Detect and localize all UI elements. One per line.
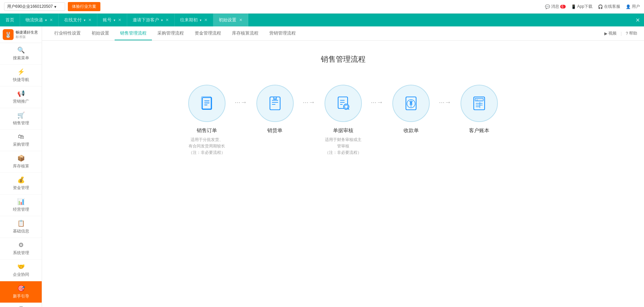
logo-version: 标准版: [16, 35, 38, 39]
chevron-down-icon: ▾: [84, 18, 85, 22]
sidebar-item-purchase[interactable]: 🛍 采购管理: [0, 130, 42, 151]
sub-tab-sales-flow-label: 销售管理流程: [120, 30, 147, 36]
video-label: 视频: [608, 30, 617, 36]
nav-tab-init-label: 初始设置: [219, 17, 236, 23]
step-desc-review: 适用于财务审核或主管审核（注：非必要流程）: [325, 137, 362, 156]
sub-tab-purchase-flow-label: 采购管理流程: [157, 30, 184, 36]
service-label: 在线客服: [604, 4, 620, 9]
message-btn[interactable]: 💬 消息 6: [545, 4, 566, 9]
trial-button[interactable]: 体验行业方案: [68, 2, 100, 11]
message-icon: 💬: [545, 4, 550, 9]
megaphone-icon: 📢: [17, 90, 25, 97]
close-icon[interactable]: ✕: [165, 18, 169, 22]
sidebar-item-sales[interactable]: 🛒 销售管理: [0, 108, 42, 130]
svg-point-13: [274, 98, 275, 99]
flow-step-ledger: ¥ - - - 客户账本: [449, 85, 510, 137]
headset-icon: 🎧: [598, 4, 603, 9]
nav-tab-init[interactable]: 初始设置 ✕: [213, 14, 248, 26]
ledger-icon: ¥ - - -: [470, 95, 488, 112]
user-avatar-btn[interactable]: 👤 用户: [626, 4, 640, 9]
sub-tab-marketing-flow[interactable]: 营销管理流程: [264, 26, 301, 40]
bag-icon: 🛍: [18, 133, 24, 140]
sidebar-item-search[interactable]: 🔍 搜索菜单: [0, 43, 42, 65]
sidebar-item-enterprise[interactable]: 🤝 企业协同: [0, 260, 42, 281]
sub-tab-init[interactable]: 初始设置: [86, 26, 115, 40]
close-icon[interactable]: ✕: [118, 18, 121, 22]
help-btn[interactable]: ? 帮助: [626, 30, 637, 36]
sidebar-item-inventory[interactable]: 📦 库存核算: [0, 151, 42, 173]
chart-icon: 📊: [17, 198, 25, 205]
receipt-icon: ¥: [402, 95, 420, 112]
main-layout: 🐰 畅捷通好生意 标准版 🔍 搜索菜单 ⚡ 快捷导航 📢 营销推广 🛒 销售管理…: [0, 26, 644, 307]
user-name-label: 用户: [632, 4, 640, 9]
service-btn[interactable]: 🎧 在线客服: [598, 4, 620, 9]
sidebar-item-guide[interactable]: 🎯 新手引导: [0, 281, 42, 303]
user-select[interactable]: 用户690企业1660120507 ▾: [4, 2, 65, 11]
help-label: 帮助: [629, 30, 637, 36]
sub-tab-industry[interactable]: 行业特性设置: [49, 26, 86, 40]
chevron-down-icon: ▾: [200, 18, 201, 22]
flow-circle-delivery: [256, 85, 294, 122]
review-icon: [334, 95, 352, 112]
nav-all-close-button[interactable]: ✕: [631, 14, 644, 26]
nav-tab-home[interactable]: 首页: [0, 14, 20, 26]
gear-icon: ⚙: [18, 241, 24, 249]
app-label: App下载: [577, 4, 592, 9]
sidebar-item-marketing-promo[interactable]: 📢 营销推广: [0, 86, 42, 108]
flow-title: 销售管理流程: [321, 54, 366, 64]
lightning-icon: ⚡: [17, 68, 25, 76]
sub-tab-inventory-flow[interactable]: 库存核算流程: [227, 26, 264, 40]
user-select-value: 用户690企业1660120507: [7, 4, 53, 9]
flow-steps: 销售订单 适用于分批发货、有合同发货周期较长（注：非必要流程） ···→: [176, 85, 510, 156]
nav-tab-invite-label: 邀请下游客户: [133, 17, 159, 23]
nav-tab-logistics[interactable]: 物流快递 ▾ ✕: [20, 14, 59, 26]
nav-tab-period-label: 往来期初: [180, 17, 198, 23]
sub-tab-right: ▶ 视频 | ? 帮助: [604, 30, 637, 36]
nav-tab-payment-label: 在线支付: [64, 17, 82, 23]
logo-icon: 🐰: [3, 29, 14, 40]
close-icon[interactable]: ✕: [88, 18, 92, 22]
target-icon: 🎯: [17, 285, 25, 292]
chevron-down-icon: ▾: [161, 18, 163, 22]
message-badge: 6: [560, 5, 566, 8]
sidebar-item-quick[interactable]: ⚡ 快捷导航: [0, 65, 42, 86]
video-help-btn[interactable]: ▶ 视频: [604, 30, 617, 36]
svg-rect-4: [201, 97, 211, 109]
header-right: 💬 消息 6 📱 App下载 🎧 在线客服 👤 用户: [545, 4, 640, 9]
sidebar-operation-label: 经营管理: [13, 207, 29, 212]
top-header: 用户690企业1660120507 ▾ 体验行业方案 💬 消息 6 📱 App下…: [0, 0, 644, 14]
sidebar-sales-label: 销售管理: [13, 120, 29, 126]
nav-tab-home-label: 首页: [5, 17, 14, 23]
flow-step-receipt: ¥ 收款单: [380, 85, 442, 137]
sub-tab-purchase-flow[interactable]: 采购管理流程: [152, 26, 189, 40]
sidebar-item-finance[interactable]: 💰 资金管理: [0, 173, 42, 195]
nav-tab-account[interactable]: 账号 ▾ ✕: [97, 14, 127, 26]
handshake-icon: 🤝: [17, 263, 25, 270]
sidebar-item-operation[interactable]: 📊 经营管理: [0, 195, 42, 216]
nav-tab-period[interactable]: 往来期初 ▾ ✕: [175, 14, 213, 26]
flow-content: 销售管理流程: [42, 41, 644, 307]
flow-circle-sales-order: [188, 85, 226, 122]
step-name-review: 单据审核: [333, 127, 353, 134]
close-icon[interactable]: ✕: [239, 18, 242, 22]
close-icon[interactable]: ✕: [204, 18, 208, 22]
sub-tab-sales-flow[interactable]: 销售管理流程: [115, 26, 152, 40]
close-icon[interactable]: ✕: [50, 18, 53, 22]
sidebar-item-base[interactable]: 📋 基础信息: [0, 216, 42, 238]
main-content: 行业特性设置 初始设置 销售管理流程 采购管理流程 资金管理流程 库存核算流程 …: [42, 26, 644, 307]
sub-tab-fund-flow[interactable]: 资金管理流程: [189, 26, 227, 40]
header-left: 用户690企业1660120507 ▾ 体验行业方案: [4, 2, 100, 11]
sidebar-search-label: 搜索菜单: [13, 55, 29, 61]
sidebar-item-apps[interactable]: 📱 应用中心: [0, 303, 42, 307]
logo-text-block: 畅捷通好生意 标准版: [16, 30, 38, 39]
play-icon: ▶: [604, 31, 607, 36]
app-download-btn[interactable]: 📱 App下载: [571, 4, 592, 9]
sub-tabs: 行业特性设置 初始设置 销售管理流程 采购管理流程 资金管理流程 库存核算流程 …: [42, 26, 644, 41]
sidebar-item-system[interactable]: ⚙ 系统管理: [0, 238, 42, 260]
nav-tab-invite[interactable]: 邀请下游客户 ▾ ✕: [127, 14, 175, 26]
chevron-down-icon: ▾: [114, 18, 115, 22]
nav-tab-account-label: 账号: [103, 17, 112, 23]
svg-text:¥ - - -: ¥ - - -: [476, 99, 482, 101]
nav-tab-payment[interactable]: 在线支付 ▾ ✕: [59, 14, 97, 26]
clipboard-icon: 📋: [17, 220, 25, 227]
